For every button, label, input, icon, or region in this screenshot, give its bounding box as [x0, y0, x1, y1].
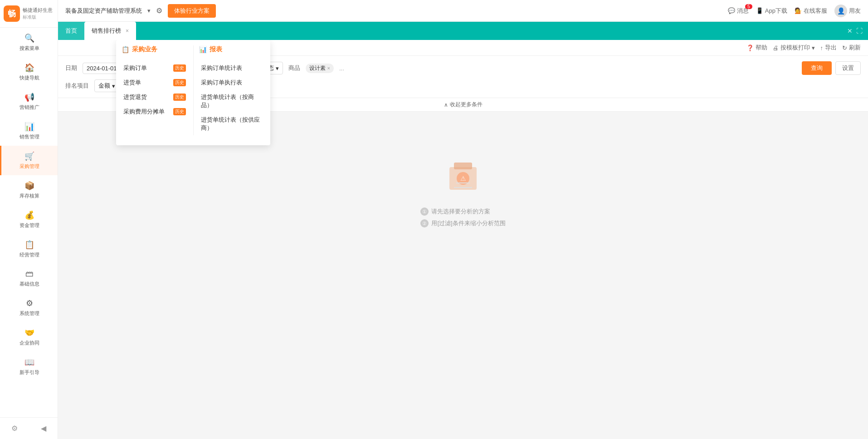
dropdown-item-po[interactable]: 采购订单 历史: [122, 61, 188, 75]
online-service-action[interactable]: 💁 在线客服: [795, 7, 827, 15]
guide-icon: 📖: [24, 357, 34, 367]
sidebar-label-inventory: 库存核算: [20, 192, 39, 199]
empty-tip-2: ② 用[过滤]条件来缩小分析范围: [420, 217, 505, 229]
dropdown-item-po-stat[interactable]: 采购订单统计表: [199, 61, 265, 75]
sales-icon: 📊: [24, 122, 34, 132]
sidebar-menu: 🔍 搜索菜单 🏠 快捷导航 📢 营销推广 📊 销售管理 🛒 采购管理 📦: [0, 28, 58, 417]
tab-home[interactable]: 首页: [58, 22, 84, 40]
query-button[interactable]: 查询: [802, 61, 832, 75]
sidebar-label-enterprise: 企业协同: [20, 340, 39, 346]
report-section-icon: 📊: [199, 46, 207, 53]
print-icon: 🖨: [773, 44, 779, 51]
dropdown-item-return-label: 进货退货: [123, 93, 147, 101]
dropdown-item-receipt-by-goods[interactable]: 进货单统计表（按商品）: [199, 90, 265, 113]
goods-more-btn[interactable]: ...: [339, 65, 344, 72]
dropdown-menu-content: 📋 采购业务 采购订单 历史 进货单 历史 进货退货: [122, 45, 265, 135]
collapse-label: 收起更多条件: [450, 101, 483, 109]
logo-badge: 标准版: [23, 14, 53, 20]
sidebar-item-system[interactable]: ⚙ 系统管理: [0, 293, 58, 322]
basic-info-icon: 🗃: [25, 269, 34, 279]
tip-number-1: ①: [420, 207, 429, 216]
purchase-icon: 🛒: [24, 151, 34, 161]
dropdown-item-return[interactable]: 进货退货 历史: [122, 90, 188, 104]
rank-select[interactable]: 金额 ▾: [94, 79, 119, 92]
search-icon: 🔍: [24, 33, 34, 43]
refresh-btn[interactable]: ↻ 刷新: [842, 44, 861, 52]
home-icon: 🏠: [24, 63, 34, 73]
app-download-action[interactable]: 📱 App下载: [756, 7, 787, 15]
user-action[interactable]: 👤 用友: [834, 5, 861, 17]
tab-sales-rank[interactable]: 销售排行榜 ×: [84, 22, 136, 40]
print-dropdown-icon: ▾: [812, 44, 815, 51]
dropdown-menu: 📋 采购业务 采购订单 历史 进货单 历史 进货退货: [116, 40, 270, 145]
sidebar-settings-btn[interactable]: ⚙: [10, 422, 20, 434]
sidebar-item-purchase[interactable]: 🛒 采购管理: [0, 146, 58, 175]
sidebar-label-purchase: 采购管理: [20, 163, 39, 170]
logo-icon: 畅: [4, 5, 20, 22]
report-section-title: 📊 报表: [199, 45, 265, 56]
sidebar-item-marketing[interactable]: 📢 营销推广: [0, 87, 58, 116]
goods-label: 商品: [288, 64, 300, 72]
dropdown-item-po-exec[interactable]: 采购订单执行表: [199, 75, 265, 90]
sidebar-label-search: 搜索菜单: [20, 45, 39, 52]
report-section: 📊 报表 采购订单统计表 采购订单执行表 进货单统计表（按商品）: [199, 45, 265, 135]
sidebar-item-operations[interactable]: 📋 经营管理: [0, 234, 58, 264]
dropdown-item-receipt-by-supplier[interactable]: 进货单统计表（按供应商）: [199, 113, 265, 135]
dropdown-item-receipt-by-supplier-label: 进货单统计表（按供应商）: [201, 116, 263, 132]
sidebar-item-finance[interactable]: 💰 资金管理: [0, 205, 58, 234]
dropdown-item-po-exec-label: 采购订单执行表: [201, 79, 242, 87]
tip-number-2: ②: [420, 219, 429, 227]
app-label: App下载: [765, 7, 787, 15]
sidebar-collapse-btn[interactable]: ◀: [39, 422, 48, 434]
sidebar-item-basic-info[interactable]: 🗃 基础信息: [0, 264, 58, 293]
help-label: 帮助: [756, 44, 767, 52]
dropdown-item-receipt-by-goods-label: 进货单统计表（按商品）: [201, 93, 263, 109]
filter-settings-button[interactable]: 设置: [835, 61, 861, 75]
message-icon: 💬: [728, 7, 735, 14]
goods-tag: 设计素 ×: [306, 64, 334, 73]
date-label: 日期: [65, 64, 77, 72]
dropdown-item-po-stat-label: 采购订单统计表: [201, 64, 242, 72]
return-history-badge: 历史: [173, 94, 186, 101]
goods-tag-close-btn[interactable]: ×: [327, 65, 330, 71]
export-btn[interactable]: ↑ 导出: [820, 44, 837, 52]
message-action[interactable]: 💬 消息 5: [728, 7, 749, 15]
marketing-icon: 📢: [24, 92, 34, 102]
sidebar-label-sales: 销售管理: [20, 133, 39, 140]
empty-tips: ① 请先选择要分析的方案 ② 用[过滤]条件来缩小分析范围: [420, 206, 505, 229]
sidebar-item-enterprise[interactable]: 🤝 企业协同: [0, 322, 58, 352]
content-area: ❓ 帮助 🖨 按模板打印 ▾ ↑ 导出 ↻ 刷新: [58, 40, 868, 439]
operations-icon: 📋: [24, 240, 34, 250]
purchase-section: 📋 采购业务 采购订单 历史 进货单 历史 进货退货: [122, 45, 188, 135]
collapse-icon: ∧: [444, 102, 448, 108]
report-section-label: 报表: [210, 45, 222, 54]
sidebar-item-quick-nav[interactable]: 🏠 快捷导航: [0, 57, 58, 87]
sidebar-label-operations: 经营管理: [20, 252, 39, 258]
tab-close-btn[interactable]: ×: [126, 28, 129, 34]
dropdown-item-receipt[interactable]: 进货单 历史: [122, 75, 188, 90]
help-btn[interactable]: ❓ 帮助: [746, 44, 767, 52]
sidebar-item-inventory[interactable]: 📦 库存核算: [0, 175, 58, 205]
logo-title: 畅捷通好生意: [23, 7, 53, 14]
dropdown-item-po-label: 采购订单: [123, 64, 147, 72]
close-window-icon[interactable]: ✕: [847, 27, 853, 35]
sidebar-label-guide: 新手引导: [20, 369, 39, 376]
logo-text-area: 畅捷通好生意 标准版: [23, 7, 53, 20]
system-dropdown-btn[interactable]: ▾: [147, 7, 151, 14]
rank-dropdown-icon: ▾: [112, 83, 115, 89]
tip-text-2: 用[过滤]条件来缩小分析范围: [431, 217, 505, 229]
system-name: 装备及固定资产辅助管理系统: [65, 7, 142, 15]
maximize-window-icon[interactable]: ⛶: [856, 27, 863, 35]
main-area: 装备及固定资产辅助管理系统 ▾ ⚙ 体验行业方案 💬 消息 5 📱 App下载 …: [58, 0, 868, 439]
tip-text-1: 请先选择要分析的方案: [431, 206, 490, 217]
sidebar-item-guide[interactable]: 📖 新手引导: [0, 352, 58, 381]
sidebar-item-search[interactable]: 🔍 搜索菜单: [0, 28, 58, 57]
dropdown-item-expense-label: 采购费用分摊单: [123, 108, 165, 116]
sidebar-item-sales[interactable]: 📊 销售管理: [0, 116, 58, 146]
print-btn[interactable]: 🖨 按模板打印 ▾: [773, 44, 815, 52]
trial-button[interactable]: 体验行业方案: [168, 4, 216, 18]
dropdown-item-expense[interactable]: 采购费用分摊单 历史: [122, 104, 188, 119]
svg-rect-1: [454, 163, 472, 169]
header-settings-btn[interactable]: ⚙: [156, 6, 162, 15]
message-badge: 5: [745, 4, 752, 9]
